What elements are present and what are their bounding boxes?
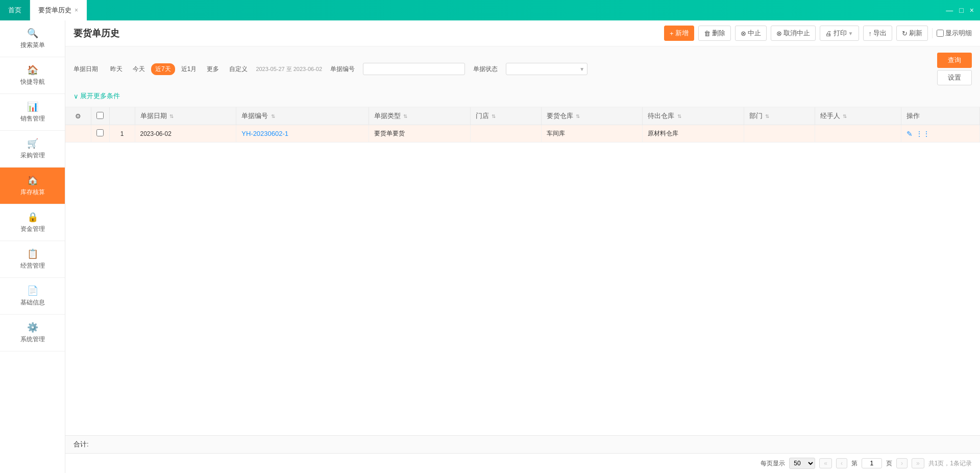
next-page-btn[interactable]: › <box>896 458 908 468</box>
display-detail-toggle[interactable]: 显示明细 <box>937 29 972 38</box>
td-settings <box>65 125 91 143</box>
top-bar: 首页 要货单历史 × — □ × <box>0 0 980 20</box>
prev-page-btn[interactable]: ‹ <box>836 458 847 468</box>
th-store[interactable]: 门店 ⇅ <box>470 107 541 125</box>
row-checkbox[interactable] <box>96 129 104 136</box>
th-checkbox[interactable] <box>91 107 109 125</box>
filter-row-main: 单据日期 昨天 今天 近7天 近1月 更多 自定义 2023-05-27 至 2… <box>74 53 972 85</box>
op-more-icon[interactable]: ⋮⋮ <box>916 130 930 138</box>
sidebar-item-search-label: 搜索菜单 <box>20 41 45 50</box>
th-dept[interactable]: 部门 ⇅ <box>744 107 815 125</box>
refresh-label: 刷新 <box>909 29 922 38</box>
print-label: 打印 <box>834 29 847 38</box>
print-icon: 🖨 <box>825 30 832 37</box>
page-title: 要货单历史 <box>74 27 119 39</box>
tab-order-history[interactable]: 要货单历史 × <box>30 0 87 20</box>
sidebar-item-sales[interactable]: 📊 销售管理 <box>0 94 65 131</box>
sidebar-item-search[interactable]: 🔍 搜索菜单 <box>0 20 65 57</box>
th-pending-warehouse[interactable]: 待出仓库 ⇅ <box>643 107 744 125</box>
display-detail-label: 显示明细 <box>945 29 972 38</box>
order-no-link[interactable]: YH-20230602-1 <box>241 130 288 137</box>
per-page-select[interactable]: 50 10 20 100 <box>789 458 815 469</box>
th-req-warehouse[interactable]: 要货仓库 ⇅ <box>541 107 643 125</box>
per-page-label: 每页显示 <box>761 459 785 468</box>
tab-home-label: 首页 <box>8 6 21 15</box>
sort-icon-order-no: ⇅ <box>271 113 275 119</box>
sidebar-item-purchase-label: 采购管理 <box>20 151 45 160</box>
sidebar-item-operations-label: 经营管理 <box>20 262 45 270</box>
td-date: 2023-06-02 <box>135 125 236 143</box>
date-btn-more[interactable]: 更多 <box>203 63 223 75</box>
filter-area: 单据日期 昨天 今天 近7天 近1月 更多 自定义 2023-05-27 至 2… <box>65 46 980 107</box>
th-handler[interactable]: 经手人 ⇅ <box>815 107 901 125</box>
td-checkbox[interactable] <box>91 125 109 143</box>
delete-button[interactable]: 🗑 删除 <box>698 26 731 41</box>
date-btn-last7[interactable]: 近7天 <box>151 63 175 75</box>
table-row: 1 2023-06-02 YH-20230602-1 要货单要货 车间库 原材料… <box>65 125 980 143</box>
date-btn-custom[interactable]: 自定义 <box>225 63 252 75</box>
th-dept-label: 部门 <box>749 112 763 120</box>
sidebar-item-purchase[interactable]: 🛒 采购管理 <box>0 131 65 168</box>
th-store-label: 门店 <box>476 112 489 120</box>
sidebar-item-quick-nav[interactable]: 🏠 快捷导航 <box>0 57 65 94</box>
sort-icon-req-warehouse: ⇅ <box>576 113 580 119</box>
print-button[interactable]: 🖨 打印 ▼ <box>820 26 859 41</box>
td-store <box>470 125 541 143</box>
td-pending-warehouse: 原材料仓库 <box>643 125 744 143</box>
date-filter-btns: 昨天 今天 近7天 近1月 更多 自定义 2023-05-27 至 2023-0… <box>106 63 322 75</box>
system-icon: ⚙️ <box>27 322 38 333</box>
table-wrapper: ⚙ 单据日期 ⇅ 单据编号 ⇅ <box>65 107 980 435</box>
filter-settings-button[interactable]: 设置 <box>937 70 972 85</box>
add-button[interactable]: + 新增 <box>664 26 694 41</box>
export-label: 导出 <box>873 29 887 38</box>
delete-label: 删除 <box>712 29 725 38</box>
close-btn[interactable]: × <box>970 6 974 14</box>
date-range-display: 2023-05-27 至 2023-06-02 <box>256 65 322 73</box>
first-page-btn[interactable]: « <box>819 458 832 468</box>
page-prefix-label: 第 <box>851 459 857 468</box>
export-button[interactable]: ↑ 导出 <box>863 26 893 41</box>
th-settings[interactable]: ⚙ <box>65 107 91 125</box>
tab-home[interactable]: 首页 <box>0 0 30 20</box>
window-controls: — □ × <box>940 6 980 14</box>
basic-icon: 📄 <box>27 285 38 296</box>
sidebar-item-basic[interactable]: 📄 基础信息 <box>0 278 65 315</box>
query-button[interactable]: 查询 <box>937 53 972 68</box>
expand-more-btn[interactable]: ∨ 展开更多条件 <box>74 89 972 105</box>
sidebar-item-system[interactable]: ⚙️ 系统管理 <box>0 315 65 351</box>
table-footer: 合计: <box>65 435 980 453</box>
sales-icon: 📊 <box>27 101 38 112</box>
th-num <box>109 107 135 125</box>
tab-close-icon[interactable]: × <box>75 7 78 14</box>
td-ops: ✎ ⋮⋮ <box>901 125 979 143</box>
date-btn-last1month[interactable]: 近1月 <box>177 63 201 75</box>
operations-icon: 📋 <box>27 248 38 259</box>
last-page-btn[interactable]: » <box>912 458 924 468</box>
th-order-type[interactable]: 单据类型 ⇅ <box>369 107 470 125</box>
select-all-checkbox[interactable] <box>96 112 104 119</box>
stop-button[interactable]: ⊗ 中止 <box>735 26 767 41</box>
date-btn-today[interactable]: 今天 <box>129 63 149 75</box>
status-select[interactable] <box>506 63 587 75</box>
content-area: 要货单历史 + 新增 🗑 删除 ⊗ 中止 ⊗ 取消中止 <box>65 20 980 473</box>
sidebar-item-operations[interactable]: 📋 经营管理 <box>0 241 65 278</box>
minimize-btn[interactable]: — <box>946 6 953 14</box>
cancel-stop-button[interactable]: ⊗ 取消中止 <box>771 26 816 41</box>
th-order-no[interactable]: 单据编号 ⇅ <box>236 107 369 125</box>
table-body: 1 2023-06-02 YH-20230602-1 要货单要货 车间库 原材料… <box>65 125 980 143</box>
td-order-no[interactable]: YH-20230602-1 <box>236 125 369 143</box>
display-detail-checkbox[interactable] <box>937 30 944 37</box>
sort-icon-store: ⇅ <box>492 113 496 119</box>
page-header: 要货单历史 + 新增 🗑 删除 ⊗ 中止 ⊗ 取消中止 <box>65 20 980 46</box>
date-btn-yesterday[interactable]: 昨天 <box>106 63 127 75</box>
sidebar-item-finance[interactable]: 🔒 资金管理 <box>0 204 65 241</box>
op-edit-icon[interactable]: ✎ <box>906 130 913 138</box>
refresh-button[interactable]: ↻ 刷新 <box>896 26 928 41</box>
sidebar-item-inventory[interactable]: 🏠 库存核算 <box>0 168 65 204</box>
order-no-input[interactable] <box>363 63 465 75</box>
maximize-btn[interactable]: □ <box>959 6 963 14</box>
th-date[interactable]: 单据日期 ⇅ <box>135 107 236 125</box>
add-icon: + <box>670 30 674 37</box>
page-input[interactable] <box>862 458 882 468</box>
sort-icon-dept: ⇅ <box>765 113 769 119</box>
